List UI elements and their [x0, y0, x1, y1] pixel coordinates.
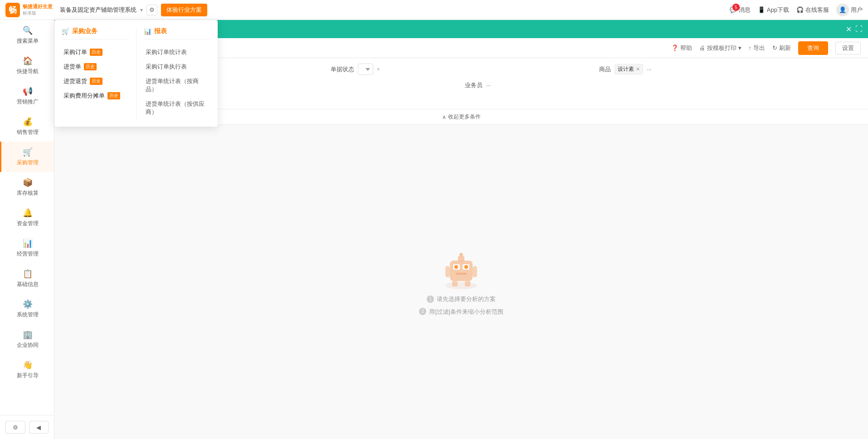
order-status-label: 单据状态 [331, 65, 354, 74]
menu-item-incoming-stats-goods[interactable]: 进货单统计表（按商品） [144, 74, 211, 97]
menu-item-purchase-order-stats[interactable]: 采购订单统计表 [144, 45, 211, 59]
sidebar-item-purchase[interactable]: 🛒 采购管理 [0, 142, 54, 172]
goods-tag-value: 设计素 [618, 65, 634, 73]
sidebar-item-sales[interactable]: 💰 销售管理 [0, 111, 54, 142]
svg-point-5 [464, 265, 468, 269]
purchase-order-history-badge: 历史 [90, 49, 102, 56]
help-label: 帮助 [680, 44, 692, 52]
sidebar-item-marketing[interactable]: 📢 营销推广 [0, 81, 54, 111]
app-download-action[interactable]: 📱 App下载 [758, 6, 789, 14]
menu-item-label-purchase-order: 采购订单 [63, 48, 87, 56]
svg-rect-10 [473, 266, 477, 277]
menu-item-purchase-expense[interactable]: 采购费用分摊单 历史 [62, 89, 129, 103]
collapse-label: 收起更多条件 [448, 113, 481, 121]
purchase-col-title-text: 采购业务 [72, 27, 98, 35]
menu-item-purchase-order-exec[interactable]: 采购订单执行表 [144, 59, 211, 74]
sidebar-item-label-finance: 资金管理 [17, 220, 39, 227]
user-avatar: 👤 [836, 4, 849, 16]
finance-icon: 🔔 [23, 208, 33, 218]
tab-expand-btn[interactable]: ⛶ [855, 25, 863, 33]
incoming-return-history-badge: 历史 [90, 78, 102, 85]
sidebar-item-guide[interactable]: 👋 新手引导 [0, 355, 54, 385]
staff-filter-group: 业务员 ··· [465, 81, 861, 89]
collapse-button[interactable]: ∧ 收起更多条件 [442, 113, 481, 121]
menu-item-label-incoming-stats-goods: 进货单统计表（按商品） [146, 77, 209, 94]
query-button[interactable]: 查询 [798, 41, 828, 55]
main-content: 1 请先选择要分析的方案 2 用[过滤]条件来缩小分析范围 [54, 125, 868, 439]
user-action[interactable]: 👤 用户 [836, 4, 863, 16]
menu-item-purchase-order[interactable]: 采购订单 历史 [62, 45, 129, 59]
sidebar-item-enterprise[interactable]: 🏢 企业协同 [0, 324, 54, 355]
empty-illustration [439, 247, 484, 292]
settings-button[interactable]: ⚙ [146, 5, 157, 15]
sales-icon: 💰 [23, 117, 33, 127]
sidebar-item-finance[interactable]: 🔔 资金管理 [0, 202, 54, 233]
system-title: 装备及固定资产辅助管理系统 [60, 6, 137, 14]
export-action[interactable]: ↑ 导出 [749, 44, 766, 52]
menu-item-label-incoming-return: 进货退货 [63, 77, 87, 85]
sidebar-item-operations[interactable]: 📊 经营管理 [0, 233, 54, 263]
report-col-title-text: 报表 [154, 27, 167, 35]
marketing-icon: 📢 [23, 86, 33, 96]
dropdown-arrow-icon[interactable]: ▾ [140, 7, 143, 13]
sidebar-item-inventory[interactable]: 📦 库存核算 [0, 172, 54, 202]
collapse-up-icon: ∧ [442, 114, 446, 120]
staff-label: 业务员 [465, 81, 483, 89]
staff-more-btn[interactable]: ··· [486, 82, 491, 89]
incoming-history-badge: 历史 [84, 63, 97, 70]
home-icon: 🏠 [23, 56, 33, 66]
basic-info-icon: 📋 [23, 269, 33, 279]
empty-hint-text-1: 请先选择要分析的方案 [437, 294, 496, 304]
sidebar-item-basic-info[interactable]: 📋 基础信息 [0, 263, 54, 294]
svg-rect-1 [450, 261, 473, 281]
purchase-col-icon: 🛒 [62, 28, 69, 35]
online-service-label: 在线客服 [805, 6, 829, 14]
menu-item-incoming-return[interactable]: 进货退货 历史 [62, 74, 129, 89]
menu-item-incoming-stats-supplier[interactable]: 进货单统计表（按供应商） [144, 97, 211, 119]
empty-hint-text-2: 用[过滤]条件来缩小分析范围 [429, 306, 503, 317]
print-label: 按模板打印 [707, 44, 736, 52]
industry-btn[interactable]: 体验行业方案 [161, 4, 207, 16]
inventory-icon: 📦 [23, 178, 33, 187]
settings-button-toolbar[interactable]: 设置 [835, 42, 861, 54]
menu-item-label-incoming-stats-supplier: 进货单统计表（按供应商） [146, 100, 209, 116]
message-count-badge: 5 [732, 4, 740, 11]
top-header: 畅 畅捷通好生意 标准版 装备及固定资产辅助管理系统 ▾ ⚙ 体验行业方案 💬 … [0, 0, 868, 20]
user-label: 用户 [851, 6, 863, 14]
message-badge-wrap: 💬 5 [730, 6, 737, 13]
refresh-action[interactable]: ↻ 刷新 [772, 44, 791, 52]
purchase-expense-history-badge: 历史 [107, 92, 120, 99]
sidebar-settings-btn[interactable]: ⚙ [5, 421, 25, 434]
header-right: 💬 5 消息 📱 App下载 🎧 在线客服 👤 用户 [730, 4, 863, 16]
sidebar-item-quick-nav[interactable]: 🏠 快捷导航 [0, 50, 54, 81]
goods-filter-group: 商品 设计素 ✕ ··· [599, 64, 861, 74]
sidebar-item-label-guide: 新手引导 [17, 372, 39, 380]
message-action[interactable]: 💬 5 消息 [730, 6, 751, 14]
sidebar-item-search[interactable]: 🔍 搜索菜单 [0, 20, 54, 50]
menu-item-label-incoming: 进货单 [63, 63, 81, 71]
print-dropdown-icon[interactable]: ▾ [738, 44, 741, 51]
print-action[interactable]: 🖨 按模板打印 ▾ [699, 44, 741, 52]
purchase-business-col: 🛒 采购业务 采购订单 历史 进货单 历史 进货退货 历史 采购费用分摊单 历史 [62, 27, 129, 119]
sidebar-item-system[interactable]: ⚙️ 系统管理 [0, 294, 54, 324]
goods-tag-close[interactable]: ✕ [636, 66, 640, 72]
sidebar-collapse-btn[interactable]: ◀ [29, 421, 49, 434]
phone-icon: 📱 [758, 6, 765, 13]
sidebar-item-label-system: 系统管理 [17, 311, 39, 319]
svg-rect-7 [458, 256, 464, 261]
message-label: 消息 [739, 6, 751, 14]
app-download-label: App下载 [767, 6, 789, 14]
purchase-dropdown-menu: 🛒 采购业务 采购订单 历史 进货单 历史 进货退货 历史 采购费用分摊单 历史 [54, 20, 218, 127]
order-status-select[interactable] [358, 64, 373, 75]
svg-rect-11 [452, 281, 458, 286]
report-col-icon: 📊 [144, 28, 151, 35]
goods-more-btn[interactable]: ··· [647, 66, 651, 73]
help-action[interactable]: ❓ 帮助 [671, 44, 692, 52]
sidebar-item-label-purchase: 采购管理 [17, 159, 39, 167]
tab-close-btn[interactable]: ✕ [846, 25, 852, 34]
online-service-action[interactable]: 🎧 在线客服 [796, 6, 829, 14]
menu-item-incoming[interactable]: 进货单 历史 [62, 59, 129, 74]
refresh-label: 刷新 [779, 44, 791, 52]
sidebar: 🔍 搜索菜单 🏠 快捷导航 📢 营销推广 💰 销售管理 🛒 采购管理 📦 库存核… [0, 20, 54, 439]
system-icon: ⚙️ [23, 299, 33, 309]
